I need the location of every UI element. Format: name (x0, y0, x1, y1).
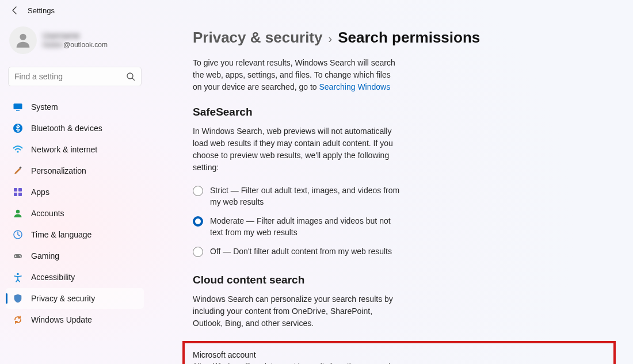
chevron-right-icon: › (328, 32, 332, 45)
safesearch-heading: SafeSearch (193, 106, 598, 118)
sidebar-item-label: Privacy & security (31, 294, 95, 303)
ms-account-title: Microsoft account (193, 350, 400, 359)
svg-point-15 (20, 255, 21, 256)
svg-rect-4 (16, 110, 20, 111)
searching-windows-link[interactable]: Searching Windows (319, 82, 390, 91)
svg-line-2 (132, 78, 135, 81)
radio-label: Moderate — Filter adult images and video… (210, 216, 400, 238)
svg-rect-11 (18, 193, 22, 196)
search-box[interactable] (8, 67, 142, 86)
content-area: Privacy & security › Search permissions … (150, 18, 633, 364)
back-button[interactable] (8, 3, 22, 17)
sidebar-item-label: Windows Update (31, 315, 92, 324)
svg-point-16 (20, 256, 21, 258)
paintbrush-icon (13, 166, 23, 176)
sidebar-item-privacy-security[interactable]: Privacy & security (6, 288, 144, 309)
nav-list: System Bluetooth & devices Network & int… (3, 97, 146, 330)
safesearch-radio-group: Strict — Filter out adult text, images, … (193, 185, 400, 258)
sidebar-item-bluetooth[interactable]: Bluetooth & devices (6, 118, 144, 139)
highlighted-region: Microsoft account Allow Windows Search t… (182, 341, 616, 364)
bluetooth-icon (13, 123, 23, 133)
sidebar-item-label: System (31, 102, 58, 112)
svg-point-0 (20, 34, 26, 40)
display-icon (13, 102, 23, 112)
breadcrumb-parent[interactable]: Privacy & security (193, 29, 322, 47)
profile-text: Username hidden@outlook.com (43, 31, 108, 50)
radio-icon (193, 247, 203, 257)
radio-icon (193, 216, 203, 227)
titlebar: Settings (0, 0, 633, 18)
shield-icon (13, 293, 23, 304)
person-icon (13, 208, 23, 219)
breadcrumb: Privacy & security › Search permissions (193, 29, 598, 47)
sidebar-item-label: Accessibility (31, 273, 75, 282)
svg-rect-10 (14, 193, 17, 196)
radio-off[interactable]: Off — Don't filter adult content from my… (193, 246, 400, 258)
sidebar-item-apps[interactable]: Apps (6, 182, 144, 202)
cloud-desc: Windows Search can personalize your sear… (193, 293, 400, 329)
search-icon (126, 72, 135, 81)
sidebar-item-label: Bluetooth & devices (31, 124, 102, 133)
sidebar-item-accounts[interactable]: Accounts (6, 203, 144, 224)
radio-label: Strict — Filter out adult text, images, … (210, 185, 400, 208)
sidebar-item-accessibility[interactable]: Accessibility (6, 267, 144, 288)
svg-point-17 (17, 273, 19, 275)
ms-account-desc: Allow Windows Search to provide results … (193, 361, 400, 364)
page-title: Search permissions (338, 29, 480, 47)
sidebar-item-label: Time & language (31, 230, 91, 239)
search-input[interactable] (14, 72, 126, 81)
app-title: Settings (28, 6, 55, 15)
sidebar-item-network[interactable]: Network & internet (6, 139, 144, 160)
radio-label: Off — Don't filter adult content from my… (210, 246, 392, 258)
profile-block[interactable]: Username hidden@outlook.com (3, 23, 146, 61)
person-icon (13, 30, 33, 50)
sidebar-item-personalization[interactable]: Personalization (6, 160, 144, 181)
radio-icon (193, 186, 203, 196)
sidebar-item-label: Personalization (31, 166, 86, 175)
radio-strict[interactable]: Strict — Filter out adult text, images, … (193, 185, 400, 208)
apps-icon (13, 187, 23, 197)
safesearch-desc: In Windows Search, web previews will not… (193, 125, 400, 174)
svg-point-12 (16, 210, 20, 213)
radio-moderate[interactable]: Moderate — Filter adult images and video… (193, 216, 400, 238)
svg-rect-3 (14, 104, 22, 109)
globe-clock-icon (13, 229, 23, 240)
sidebar: Username hidden@outlook.com System Bluet… (0, 18, 150, 364)
svg-rect-8 (14, 188, 17, 191)
svg-point-6 (17, 151, 18, 152)
sidebar-item-windows-update[interactable]: Windows Update (6, 309, 144, 330)
sidebar-item-system[interactable]: System (6, 97, 144, 117)
svg-point-1 (127, 73, 133, 79)
accessibility-icon (13, 272, 23, 282)
sidebar-item-gaming[interactable]: Gaming (6, 246, 144, 266)
profile-email: hidden@outlook.com (43, 41, 108, 49)
cloud-heading: Cloud content search (193, 274, 598, 286)
wifi-icon (13, 144, 23, 155)
sidebar-item-label: Accounts (31, 209, 64, 218)
intro-text: To give you relevant results, Windows Se… (193, 57, 400, 93)
svg-rect-9 (18, 188, 22, 191)
gamepad-icon (13, 251, 23, 261)
sidebar-item-label: Network & internet (31, 145, 97, 154)
arrow-left-icon (10, 6, 20, 15)
ms-account-block: Microsoft account Allow Windows Search t… (193, 349, 400, 364)
sidebar-item-label: Gaming (31, 251, 59, 260)
sidebar-item-label: Apps (31, 187, 49, 197)
profile-name: Username (43, 31, 108, 41)
sidebar-item-time-language[interactable]: Time & language (6, 224, 144, 245)
update-icon (13, 315, 23, 325)
avatar (9, 26, 37, 54)
